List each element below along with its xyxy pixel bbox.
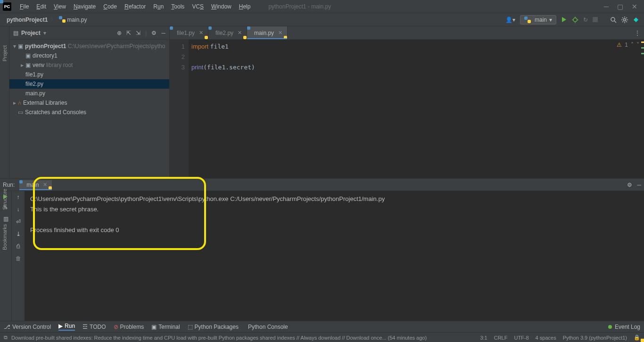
- chevron-down-icon[interactable]: ˅: [636, 42, 639, 48]
- up-button[interactable]: ↑: [17, 194, 20, 200]
- code-with-me-button[interactable]: [633, 17, 639, 23]
- close-icon[interactable]: ✕: [238, 30, 242, 36]
- tool-version-control[interactable]: ⎇Version Control: [4, 324, 51, 330]
- expand-all-button[interactable]: ⇱: [126, 30, 131, 36]
- folder-icon: ▤: [13, 30, 18, 36]
- tab-main[interactable]: main.py✕: [247, 26, 288, 39]
- tool-problems[interactable]: ⊘Problems: [114, 324, 144, 330]
- tree-file-main[interactable]: main.py: [9, 89, 169, 98]
- navigation-bar: pythonProject1 〉 main.py 👤▾ main ▾ ↻: [0, 13, 644, 26]
- menu-help[interactable]: Help: [235, 1, 255, 12]
- window-title-hint: pythonProject1 - main.py: [268, 3, 331, 10]
- event-indicator-icon: [608, 325, 612, 329]
- tool-terminal[interactable]: ▣Terminal: [151, 324, 180, 330]
- settings-button[interactable]: [621, 17, 628, 23]
- tree-folder-directory1[interactable]: ▣directory1: [9, 51, 169, 60]
- tree-file-file1[interactable]: file1.py: [9, 70, 169, 79]
- breadcrumb-file[interactable]: main.py: [57, 16, 89, 23]
- tab-file2[interactable]: file2.py✕: [208, 26, 247, 39]
- tree-root[interactable]: ▾▣ pythonProject1 C:\Users\never\Pycharm…: [9, 42, 169, 51]
- chevron-up-icon[interactable]: ˄: [631, 42, 634, 48]
- status-message[interactable]: Download pre-built shared indexes: Reduc…: [11, 335, 427, 341]
- tool-python-console[interactable]: Python Console: [246, 324, 288, 330]
- svg-line-14: [626, 21, 627, 22]
- window-minimize-button[interactable]: ─: [604, 3, 609, 10]
- status-encoding[interactable]: UTF-8: [514, 335, 528, 341]
- sidebar-project-tab[interactable]: Project: [2, 45, 8, 61]
- scroll-to-end-button[interactable]: ⤓: [16, 231, 21, 237]
- tool-event-log[interactable]: Event Log: [615, 324, 640, 330]
- tool-run[interactable]: ▶Run: [58, 323, 75, 331]
- menu-file[interactable]: File: [16, 1, 33, 12]
- run-tool-window: Run: main ✕ ⚙ ─ ✎ ▥ ↑ ↓ ⏎ ⤓ ⎙ 🗑 C:\Users…: [0, 178, 644, 321]
- collapse-all-button[interactable]: ⇲: [136, 30, 140, 36]
- svg-point-8: [624, 18, 626, 21]
- debug-button[interactable]: [572, 17, 578, 23]
- project-tool-window: ▤ Project ▾ ⊕ ⇱ ⇲ | ⚙ ─ ▾▣ pythonProject…: [9, 26, 170, 178]
- python-file-icon: [59, 16, 66, 23]
- project-tree[interactable]: ▾▣ pythonProject1 C:\Users\never\Pycharm…: [9, 40, 169, 178]
- close-icon[interactable]: ✕: [278, 30, 282, 36]
- line-gutter: 123: [170, 40, 189, 178]
- print-button[interactable]: ⎙: [17, 243, 20, 250]
- select-opened-file-button[interactable]: ⊕: [117, 30, 122, 36]
- editor-area: file1.py✕ file2.py✕ main.py✕ ⋮ 123 impor…: [170, 26, 644, 178]
- settings-icon[interactable]: ⚙: [627, 182, 632, 188]
- run-coverage-button[interactable]: ↻: [583, 17, 588, 23]
- status-caret-position[interactable]: 3:1: [480, 335, 487, 341]
- clear-button[interactable]: 🗑: [16, 255, 21, 262]
- run-button[interactable]: [561, 17, 567, 23]
- menu-refactor[interactable]: Refactor: [121, 1, 149, 12]
- window-close-button[interactable]: ✕: [632, 3, 637, 10]
- status-line-separator[interactable]: CRLF: [494, 335, 508, 341]
- tab-file1[interactable]: file1.py✕: [170, 26, 208, 39]
- soft-wrap-button[interactable]: ⏎: [16, 218, 21, 225]
- window-maximize-button[interactable]: ▢: [617, 3, 623, 10]
- menu-window[interactable]: Window: [207, 1, 235, 12]
- menu-code[interactable]: Code: [99, 1, 121, 12]
- breadcrumb-project[interactable]: pythonProject1: [5, 17, 50, 23]
- user-icon[interactable]: 👤▾: [505, 17, 515, 23]
- down-button[interactable]: ↓: [17, 206, 20, 213]
- status-interpreter[interactable]: Python 3.9 (pythonProject1): [563, 335, 627, 341]
- tool-window-quick-access[interactable]: ⧉: [4, 334, 8, 341]
- tab-list-button[interactable]: ⋮: [635, 30, 640, 36]
- settings-icon[interactable]: ⚙: [151, 30, 157, 36]
- sidebar-bookmarks-tab[interactable]: Bookmarks: [2, 224, 8, 250]
- close-icon[interactable]: ✕: [199, 30, 203, 36]
- tree-file-file2[interactable]: file2.py: [9, 79, 169, 89]
- stop-button[interactable]: [593, 17, 598, 22]
- svg-line-13: [622, 17, 623, 18]
- status-indent[interactable]: 4 spaces: [536, 335, 556, 341]
- sidebar-structure-tab[interactable]: Structure: [2, 189, 8, 210]
- console-output[interactable]: C:\Users\never\PycharmProjects\pythonPro…: [25, 191, 644, 321]
- run-tab-main[interactable]: main ✕: [19, 180, 52, 190]
- tree-folder-venv[interactable]: ▸▣venv library root: [9, 60, 169, 70]
- app-icon: PC: [3, 2, 11, 11]
- search-everywhere-button[interactable]: [610, 17, 617, 23]
- lock-icon[interactable]: 🔒: [634, 334, 640, 341]
- menu-view[interactable]: View: [50, 1, 70, 12]
- left-tool-stripe: Project: [0, 26, 9, 178]
- menu-run[interactable]: Run: [149, 1, 167, 12]
- menu-navigate[interactable]: Navigate: [70, 1, 99, 12]
- hide-button[interactable]: ─: [161, 30, 165, 36]
- hide-button[interactable]: ─: [637, 182, 641, 188]
- chevron-down-icon[interactable]: ▾: [43, 30, 46, 36]
- status-bar: ⧉ Download pre-built shared indexes: Red…: [0, 332, 644, 342]
- run-config-selector[interactable]: main ▾: [520, 15, 556, 25]
- warning-icon: ⚠: [617, 42, 622, 48]
- tree-scratches[interactable]: ▭Scratches and Consoles: [9, 108, 169, 117]
- menu-tools[interactable]: Tools: [167, 1, 188, 12]
- code-editor[interactable]: import file1 print(file1.secret): [189, 40, 644, 178]
- menu-edit[interactable]: Edit: [33, 1, 50, 12]
- project-panel-title[interactable]: Project: [21, 30, 41, 36]
- close-icon[interactable]: ✕: [43, 182, 47, 188]
- menu-vcs[interactable]: VCS: [188, 1, 207, 12]
- tool-todo[interactable]: ☲TODO: [83, 324, 106, 330]
- inspections-widget[interactable]: ⚠1 ˄ ˅: [617, 42, 639, 48]
- run-panel-label: Run:: [3, 182, 15, 188]
- svg-point-0: [573, 18, 577, 22]
- tool-python-packages[interactable]: ⬚Python Packages: [188, 324, 239, 330]
- tree-external-libraries[interactable]: ▸⑃External Libraries: [9, 98, 169, 108]
